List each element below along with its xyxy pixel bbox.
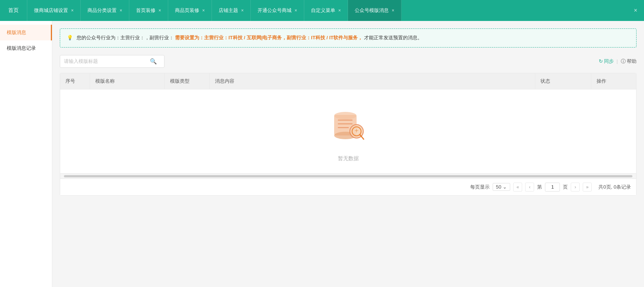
nav-label-product-decor: 商品页装修 [175,7,199,14]
notice-text-1: 您的公众号行业为：主营行业：，副营行业： [77,35,174,40]
sidebar-label-template-record: 模版消息记录 [7,45,36,51]
col-header-content: 消息内容 [210,73,535,89]
nav-item-product-decor[interactable]: 商品页装修 × [168,0,212,21]
close-icon-open-mall[interactable]: × [295,8,297,13]
goto-label: 第 [537,184,542,190]
search-icon[interactable]: 🔍 [150,58,157,65]
nav-label-home-decor: 首页装修 [136,7,155,14]
nav-item-home[interactable]: 首页 [0,0,27,21]
sidebar-label-template-message: 模版消息 [7,30,26,35]
sync-icon: ↻ [599,58,603,64]
nav-item-shop-settings[interactable]: 微商城店铺设置 × [27,0,81,21]
page-suffix: 页 [563,184,568,190]
nav-label-category-settings: 商品分类设置 [87,7,117,14]
notice-highlight: 需要设置为：主营行业：IT科技 / 互联网|电子商务，副营行业：IT科技 / I… [175,35,363,40]
nav-item-template-msg[interactable]: 公众号模版消息 × [348,0,401,21]
first-page-button[interactable]: « [513,183,522,192]
top-navigation: 首页 微商城店铺设置 × 商品分类设置 × 首页装修 × 商品页装修 × 店铺主… [0,0,644,21]
close-icon-shop-settings[interactable]: × [71,8,74,13]
col-header-type: 模版类型 [165,73,210,89]
nav-item-custom-menu[interactable]: 自定义菜单 × [304,0,348,21]
next-page-icon: › [574,184,576,190]
nav-label-home: 首页 [8,7,19,14]
next-page-button[interactable]: › [571,183,580,192]
search-bar: 🔍 ↻ 同步 | ⓘ 帮助 [60,55,637,68]
close-icon-store-theme[interactable]: × [241,8,244,13]
nav-item-home-decor[interactable]: 首页装修 × [129,0,168,21]
help-label: 帮助 [627,58,637,65]
sidebar-item-template-message[interactable]: 模版消息 [0,25,52,40]
prev-page-button[interactable]: ‹ [525,183,534,192]
page-size-label: 每页显示 [470,184,490,190]
page-number-input[interactable] [545,183,560,192]
notice-text-2: 才能正常发送预置的消息。 [364,35,422,40]
close-all-tabs-button[interactable]: × [627,0,644,21]
sync-button[interactable]: ↻ 同步 [599,58,614,65]
chevron-down-icon: ⌄ [503,184,507,190]
nav-label-store-theme: 店铺主题 [219,7,238,14]
nav-label-shop-settings: 微商城店铺设置 [34,7,68,14]
toolbar-right: ↻ 同步 | ⓘ 帮助 [599,58,637,65]
first-page-icon: « [517,184,519,190]
main-content: 💡 您的公众号行业为：主营行业：，副营行业： 需要设置为：主营行业：IT科技 /… [52,21,644,287]
pagination: 每页显示 50 ⌄ « ‹ 第 页 › » [60,178,636,195]
notice-box: 💡 您的公众号行业为：主营行业：，副营行业： 需要设置为：主营行业：IT科技 /… [60,28,637,48]
nav-label-custom-menu: 自定义菜单 [311,7,335,14]
page-size-value: 50 [496,184,501,190]
sync-label: 同步 [604,58,614,65]
close-icon-custom-menu[interactable]: × [338,8,341,13]
nav-item-open-mall[interactable]: 开通公众号商城 × [251,0,304,21]
notice-icon: 💡 [67,35,73,40]
col-header-action: 操作 [591,73,636,89]
empty-text: 暂无数据 [338,155,359,162]
nav-label-template-msg: 公众号模版消息 [355,7,389,14]
scrollbar-thumb[interactable] [64,175,632,177]
nav-label-open-mall: 开通公众号商城 [258,7,292,14]
col-header-status: 状态 [535,73,591,89]
last-page-button[interactable]: » [583,183,592,192]
page-size-select[interactable]: 50 ⌄ [493,183,510,191]
help-icon: ⓘ [621,58,626,65]
page-layout: 模版消息 模版消息记录 💡 您的公众号行业为：主营行业：，副营行业： 需要设置为… [0,21,644,287]
total-label: 共0页, 0条记录 [598,184,631,190]
toolbar-divider: | [617,58,618,64]
nav-item-store-theme[interactable]: 店铺主题 × [212,0,251,21]
sidebar-item-template-record[interactable]: 模版消息记录 [0,40,52,56]
help-button[interactable]: ⓘ 帮助 [621,58,637,65]
close-icon-template-msg[interactable]: × [392,8,394,13]
close-icon-product-decor[interactable]: × [202,8,205,13]
col-header-index: 序号 [60,73,90,89]
data-table: 序号 模版名称 模版类型 消息内容 状态 操作 [60,73,637,196]
horizontal-scrollbar[interactable] [60,173,636,178]
search-input[interactable] [64,58,150,64]
empty-state: 暂无数据 [60,89,636,173]
col-header-name: 模版名称 [90,73,165,89]
sidebar: 模版消息 模版消息记录 [0,21,52,287]
close-icon-home-decor[interactable]: × [158,8,161,13]
search-input-wrap[interactable]: 🔍 [60,55,164,68]
empty-illustration [326,104,371,149]
table-header: 序号 模版名称 模版类型 消息内容 状态 操作 [60,73,636,89]
close-icon-category-settings[interactable]: × [120,8,122,13]
last-page-icon: » [586,184,589,190]
prev-page-icon: ‹ [529,184,530,190]
nav-item-category-settings[interactable]: 商品分类设置 × [81,0,129,21]
